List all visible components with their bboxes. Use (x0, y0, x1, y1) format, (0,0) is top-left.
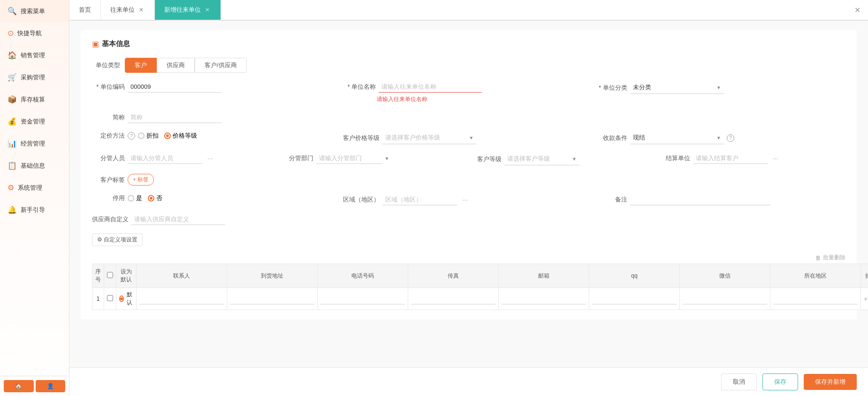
row-actions: + 🗑 (864, 295, 868, 303)
unit-code-input[interactable] (128, 81, 221, 93)
cell-region[interactable] (770, 288, 861, 310)
cell-contact[interactable] (137, 288, 227, 310)
finance-icon: 💰 (8, 117, 17, 126)
dept-input[interactable] (316, 153, 382, 164)
type-btn-both[interactable]: 客户/供应商 (195, 58, 247, 73)
disabled-yes[interactable]: 是 (128, 194, 142, 202)
settlement-more-btn[interactable]: ··· (771, 155, 780, 162)
form-section: ▣ 基本信息 单位类型 客户 供应商 客户/供应商 * 单位编码 (81, 30, 857, 319)
pricing-discount-radio[interactable] (138, 132, 145, 139)
sidebar-item-finance[interactable]: 💰 资金管理 (0, 110, 69, 132)
row-code-name-cat: * 单位编码 * 单位名称 请输入往来单位名称 * 单位分类 未分类 (92, 81, 845, 103)
cell-email[interactable] (499, 288, 589, 310)
save-new-button[interactable]: 保存并新增 (804, 374, 857, 390)
sidebar-user-btn[interactable]: 👤 (36, 380, 66, 392)
section-title: 基本信息 (102, 39, 130, 48)
contact-input[interactable] (139, 293, 224, 304)
col-phone: 电话号码 (318, 264, 408, 288)
sidebar-item-label: 新手引导 (21, 206, 45, 214)
sidebar-item-search[interactable]: 🔍 搜索菜单 (0, 0, 69, 22)
contact-table: 序号 设为默认 联系人 到货地址 电话号码 传真 邮箱 qq 微信 所在地区 操… (92, 264, 868, 310)
payment-terms-help[interactable]: ? (727, 134, 734, 142)
batch-delete-btn[interactable]: 🗑 批量删除 (815, 254, 845, 262)
search-menu-icon: 🔍 (8, 7, 17, 16)
type-btn-customer[interactable]: 客户 (125, 58, 157, 73)
close-all-tabs[interactable]: ✕ (847, 6, 868, 15)
supplier-custom-input[interactable] (131, 214, 225, 225)
abbr-input[interactable] (128, 112, 221, 123)
unit-name-input[interactable] (379, 81, 482, 93)
cell-phone[interactable] (318, 288, 408, 310)
row-checkbox[interactable] (107, 295, 113, 301)
table-toolbar: 🗑 批量删除 (92, 254, 845, 262)
region-label: 区域（地区） (343, 195, 380, 204)
qq-input[interactable] (592, 293, 677, 304)
cust-level-select[interactable]: 请选择客户等级 ▼ (504, 153, 579, 165)
pricing-discount[interactable]: 折扣 (138, 132, 159, 140)
sidebar-item-quicknav[interactable]: ⊙ 快捷导航 (0, 22, 69, 44)
cell-default[interactable]: 默认 (116, 288, 137, 310)
wechat-input[interactable] (683, 293, 767, 304)
region-more-btn[interactable]: ··· (460, 196, 470, 203)
manager-more-btn[interactable]: ··· (206, 155, 215, 162)
settlement-input[interactable] (693, 153, 768, 164)
region-input[interactable] (382, 194, 457, 205)
pricing-price-level[interactable]: 价格等级 (164, 132, 197, 140)
sidebar-item-business[interactable]: 📊 经营管理 (0, 132, 69, 155)
cancel-button[interactable]: 取消 (721, 373, 757, 390)
select-all-checkbox[interactable] (107, 272, 113, 278)
payment-terms-select[interactable]: 现结 ▼ (630, 132, 724, 144)
disabled-no-radio[interactable] (148, 195, 154, 202)
col-remark: 备注 (594, 194, 845, 205)
sidebar-item-baseinfo[interactable]: 📋 基础信息 (0, 155, 69, 177)
email-input[interactable] (502, 293, 586, 304)
default-radio[interactable] (119, 295, 124, 302)
save-button[interactable]: 保存 (762, 373, 798, 390)
tab-home[interactable]: 首页 (69, 0, 101, 20)
col-actions: 操作 (861, 264, 868, 288)
sidebar-item-inventory[interactable]: 📦 库存核算 (0, 88, 69, 110)
sidebar-item-label: 采购管理 (21, 73, 45, 82)
col-abbr: 简称 (92, 112, 845, 123)
type-btn-supplier[interactable]: 供应商 (157, 58, 195, 73)
tab-new-partner[interactable]: 新增往来单位 ✕ (155, 0, 221, 20)
region-table-input[interactable] (773, 293, 858, 304)
disabled-yes-radio[interactable] (128, 195, 134, 202)
cell-fax[interactable] (408, 288, 499, 310)
business-icon: 📊 (8, 139, 17, 148)
cell-address[interactable] (227, 288, 318, 310)
cell-qq[interactable] (589, 288, 680, 310)
sidebar-item-purchase[interactable]: 🛒 采购管理 (0, 66, 69, 88)
phone-input[interactable] (320, 293, 405, 304)
disabled-no[interactable]: 否 (148, 194, 162, 202)
type-group: 客户 供应商 客户/供应商 (125, 58, 247, 73)
address-input[interactable] (230, 293, 314, 304)
cust-level-chevron: ▼ (572, 156, 577, 162)
custom-settings-btn[interactable]: ⚙ 自定义项设置 (92, 233, 143, 246)
add-row-btn[interactable]: + (864, 295, 868, 303)
col-pricing: 定价方法 ? 折扣 价格等级 (92, 132, 343, 140)
tab-partners[interactable]: 往来单位 ✕ (101, 0, 155, 20)
pricing-pricelevel-radio[interactable] (164, 132, 171, 139)
unit-type-label: 单位类型 (92, 61, 120, 70)
cust-price-label: 客户价格等级 (343, 134, 380, 142)
cell-wechat[interactable] (680, 288, 770, 310)
manager-input[interactable] (128, 153, 203, 164)
pricing-help-icon[interactable]: ? (128, 132, 135, 140)
tab-partners-close[interactable]: ✕ (137, 6, 145, 14)
cust-price-select[interactable]: 请选择客户价格等级 ▼ (382, 132, 476, 144)
unit-category-select[interactable]: 未分类 ▼ (630, 81, 724, 94)
sidebar-home-btn[interactable]: 🏠 (4, 380, 34, 392)
sidebar-item-sales[interactable]: 🏠 销售管理 (0, 44, 69, 66)
tab-new-partner-close[interactable]: ✕ (204, 6, 211, 14)
remark-input[interactable] (630, 194, 771, 205)
sidebar-item-system[interactable]: ⚙ 系统管理 (0, 177, 69, 199)
add-tag-btn[interactable]: + 标签 (128, 174, 154, 186)
fax-input[interactable] (411, 293, 495, 304)
sidebar-item-guide[interactable]: 🔔 新手引导 (0, 199, 69, 221)
payment-terms-chevron: ▼ (716, 135, 721, 140)
unit-cat-label: * 单位分类 (594, 84, 627, 92)
default-radio-item[interactable]: 默认 (119, 291, 133, 307)
batch-delete-label: 批量删除 (823, 254, 845, 262)
sidebar-item-label: 经营管理 (21, 140, 45, 148)
